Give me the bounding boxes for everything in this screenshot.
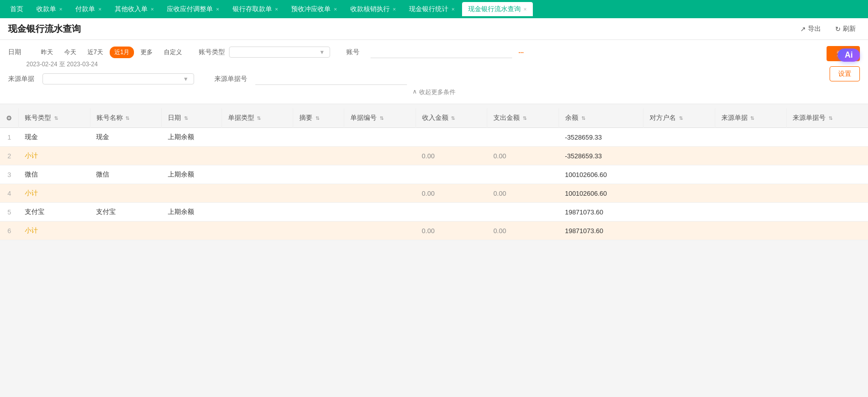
cell-doc_type	[221, 222, 293, 240]
account-filter: 账号 ···	[346, 46, 526, 58]
cell-account_name	[90, 147, 162, 165]
cell-source_doc	[715, 128, 787, 147]
source-doc-no-label: 来源单据号	[214, 74, 247, 83]
data-table: ⚙ 账号类型 ⇅账号名称 ⇅日期 ⇅单据类型 ⇅摘要 ⇅单据编号 ⇅收入金额 ⇅…	[0, 108, 868, 240]
sort-icon-source_doc_no[interactable]: ⇅	[829, 115, 833, 121]
nav-tab-收款单[interactable]: 收款单×	[30, 2, 68, 16]
th-source_doc: 来源单据 ⇅	[715, 108, 787, 128]
cell-account_type: 现金	[19, 128, 90, 147]
filter-area: 日期 昨天今天近7天近1月更多自定义 账号类型 ▼ 账号	[0, 40, 868, 104]
cell-doc_type	[221, 147, 293, 165]
cell-date: 上期余额	[162, 203, 222, 222]
th-source_doc_no: 来源单据号 ⇅	[787, 108, 868, 128]
table-row: 6小计0.000.0019871073.60	[0, 222, 868, 240]
collapse-label: 收起更多条件	[419, 88, 455, 97]
cell-date: 上期余额	[162, 165, 222, 184]
close-tab-icon[interactable]: ×	[216, 6, 219, 12]
export-button[interactable]: ↗ 导出	[796, 22, 825, 35]
cell-idx: 6	[0, 222, 19, 240]
sort-icon-balance[interactable]: ⇅	[581, 115, 585, 121]
date-filter-label: 日期	[8, 48, 28, 57]
close-tab-icon[interactable]: ×	[334, 6, 337, 12]
cell-income: 0.00	[416, 184, 487, 203]
table-container: ⚙ 账号类型 ⇅账号名称 ⇅日期 ⇅单据类型 ⇅摘要 ⇅单据编号 ⇅收入金额 ⇅…	[0, 108, 868, 240]
sort-icon-doc_type[interactable]: ⇅	[257, 115, 261, 121]
cell-summary	[293, 165, 344, 184]
cell-source_doc_no	[787, 203, 868, 222]
cell-expense: 0.00	[487, 184, 559, 203]
cell-expense: 0.00	[487, 147, 559, 165]
nav-tab-收款核销执行[interactable]: 收款核销执行×	[344, 2, 402, 16]
dots-button[interactable]: ···	[516, 49, 526, 56]
source-doc-no-input[interactable]	[255, 73, 407, 85]
account-type-select[interactable]: ▼	[229, 47, 330, 58]
sort-icon-doc_no[interactable]: ⇅	[380, 115, 384, 121]
settings-icon: ⚙	[6, 114, 12, 122]
table-row: 5支付宝支付宝上期余额19871073.60	[0, 203, 868, 222]
date-option-自定义[interactable]: 自定义	[159, 47, 187, 58]
th-settings[interactable]: ⚙	[0, 108, 19, 128]
cell-source_doc_no	[787, 128, 868, 147]
cell-source_doc	[715, 222, 787, 240]
cell-account_name	[90, 184, 162, 203]
cell-expense	[487, 165, 559, 184]
cell-idx: 4	[0, 184, 19, 203]
table-row: 2小计0.000.00-3528659.33	[0, 147, 868, 165]
sort-icon-source_doc[interactable]: ⇅	[750, 115, 754, 121]
nav-tab-现金银行统计[interactable]: 现金银行统计×	[403, 2, 461, 16]
nav-tab-首页[interactable]: 首页	[4, 2, 29, 16]
cell-source_doc_no	[787, 147, 868, 165]
cell-summary	[293, 128, 344, 147]
cell-balance: 19871073.60	[559, 222, 643, 240]
nav-tab-预收冲应收单[interactable]: 预收冲应收单×	[285, 2, 343, 16]
sort-icon-date[interactable]: ⇅	[184, 115, 188, 121]
close-tab-icon[interactable]: ×	[393, 6, 396, 12]
sort-icon-expense[interactable]: ⇅	[523, 115, 527, 121]
nav-tab-现金银行流水查询[interactable]: 现金银行流水查询×	[462, 2, 533, 16]
cell-doc_no	[344, 222, 416, 240]
cell-income	[416, 203, 487, 222]
date-option-近7天[interactable]: 近7天	[83, 47, 108, 58]
close-tab-icon[interactable]: ×	[98, 6, 101, 12]
sort-icon-income[interactable]: ⇅	[451, 115, 455, 121]
cell-account_name: 现金	[90, 128, 162, 147]
ai-badge[interactable]: Ai	[838, 49, 860, 62]
chevron-down-source-icon: ▼	[183, 76, 189, 82]
sort-icon-summary[interactable]: ⇅	[315, 115, 319, 121]
cell-summary	[293, 147, 344, 165]
cell-doc_type	[221, 165, 293, 184]
date-option-更多[interactable]: 更多	[136, 47, 157, 58]
cell-account_name	[90, 222, 162, 240]
nav-tab-银行存取款单[interactable]: 银行存取款单×	[226, 2, 284, 16]
cell-counterpart	[644, 165, 715, 184]
cell-date	[162, 184, 222, 203]
date-option-近1月[interactable]: 近1月	[110, 47, 134, 58]
sort-icon-account_name[interactable]: ⇅	[125, 115, 129, 121]
nav-tab-其他收入单[interactable]: 其他收入单×	[109, 2, 160, 16]
collapse-bar[interactable]: ∧ 收起更多条件	[8, 85, 860, 98]
nav-tab-应收应付调整单[interactable]: 应收应付调整单×	[161, 2, 225, 16]
close-tab-icon[interactable]: ×	[524, 6, 527, 12]
cell-counterpart	[644, 222, 715, 240]
sort-icon-counterpart[interactable]: ⇅	[679, 115, 683, 121]
cell-source_doc_no	[787, 222, 868, 240]
source-doc-select[interactable]: ▼	[42, 73, 194, 84]
close-tab-icon[interactable]: ×	[451, 6, 454, 12]
nav-tab-付款单[interactable]: 付款单×	[69, 2, 107, 16]
close-tab-icon[interactable]: ×	[275, 6, 278, 12]
close-tab-icon[interactable]: ×	[151, 6, 154, 12]
cell-account_type: 小计	[19, 184, 90, 203]
refresh-button[interactable]: ↻ 刷新	[831, 22, 860, 35]
cell-balance: -3528659.33	[559, 147, 643, 165]
settings-button[interactable]: 设置	[830, 66, 860, 81]
cell-doc_no	[344, 165, 416, 184]
sort-icon-account_type[interactable]: ⇅	[54, 115, 58, 121]
account-input[interactable]	[371, 46, 512, 58]
close-tab-icon[interactable]: ×	[59, 6, 62, 12]
date-option-昨天[interactable]: 昨天	[36, 47, 58, 58]
cell-source_doc_no	[787, 184, 868, 203]
cell-balance: 19871073.60	[559, 203, 643, 222]
cell-counterpart	[644, 184, 715, 203]
date-option-今天[interactable]: 今天	[60, 47, 81, 58]
cell-balance: 100102606.60	[559, 184, 643, 203]
